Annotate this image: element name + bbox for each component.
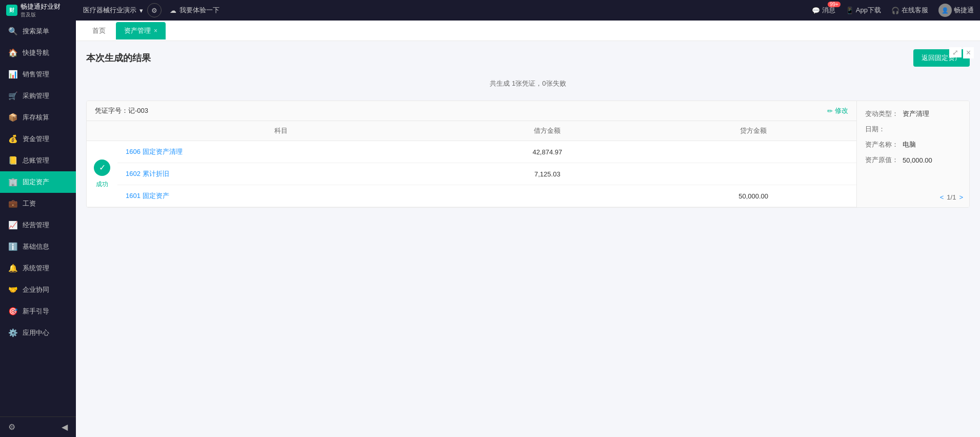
- tab-assets-management[interactable]: 资产管理 ×: [116, 22, 166, 39]
- original-value-value: 50,000.00: [903, 156, 932, 164]
- home-icon: 🏠: [8, 48, 17, 57]
- logo-icon: 财: [6, 5, 17, 16]
- sidebar: 🔍 搜索菜单 🏠 快捷导航 📊 销售管理 🛒 采购管理 📦 库存核算 💰: [0, 21, 76, 437]
- row3-debit: [444, 185, 650, 207]
- asset-name-label: 资产名称：: [865, 140, 898, 149]
- tab-close-icon[interactable]: ×: [154, 27, 157, 34]
- row3-subject: 1601 固定资产: [117, 185, 444, 207]
- logo-sub: 普及版: [21, 11, 61, 18]
- sidebar-item-label: 企业协同: [23, 285, 49, 294]
- company-selector[interactable]: 医疗器械行业演示 ▾: [83, 6, 143, 15]
- sidebar-scroll: 🔍 搜索菜单 🏠 快捷导航 📊 销售管理 🛒 采购管理 📦 库存核算 💰: [0, 21, 76, 416]
- change-type-label: 变动类型：: [865, 109, 898, 118]
- col-subject: 科目: [117, 121, 444, 141]
- success-check-icon: ✓: [94, 160, 110, 176]
- sidebar-item-search-menu[interactable]: 🔍 搜索菜单: [0, 21, 76, 42]
- logo-title: 畅捷通好业财: [21, 2, 61, 11]
- expand-button[interactable]: ⤢: [949, 47, 962, 57]
- sidebar-item-inventory[interactable]: 📦 库存核算: [0, 107, 76, 128]
- basic-info-icon: ℹ️: [8, 242, 17, 251]
- app-center-icon: ⚙️: [8, 328, 17, 337]
- user-name: 畅捷通: [954, 6, 974, 15]
- sidebar-item-label: 经营管理: [23, 221, 49, 230]
- sidebar-item-ledger[interactable]: 📒 总账管理: [0, 150, 76, 171]
- close-button[interactable]: ×: [963, 47, 974, 58]
- voucher-number: 凭证字号：记-003: [95, 106, 148, 115]
- settings-bottom-icon[interactable]: ⚙: [8, 422, 15, 432]
- table-row: 1602 累计折旧 7,125.03: [87, 163, 856, 185]
- result-summary: 共生成 1张凭证，0张失败: [86, 75, 970, 92]
- sidebar-item-label: 固定资产: [23, 177, 49, 187]
- row1-credit: [650, 141, 856, 163]
- voucher-card: 凭证字号：记-003 ✏ 修改 科目 借方金额: [86, 101, 970, 208]
- voucher-table: 科目 借方金额 贷方金额 ✓ 成功: [87, 121, 856, 207]
- messages-button[interactable]: 💬 消息 99+: [812, 6, 835, 15]
- sidebar-item-label: 库存核算: [23, 113, 49, 122]
- system-icon: 🔔: [8, 264, 17, 273]
- search-icon: 🔍: [8, 27, 17, 36]
- asset-name-row: 资产名称： 电脑: [865, 140, 961, 149]
- main-layout: 🔍 搜索菜单 🏠 快捷导航 📊 销售管理 🛒 采购管理 📦 库存核算 💰: [0, 21, 980, 437]
- sidebar-item-salary[interactable]: 💼 工资: [0, 193, 76, 214]
- sidebar-item-operations[interactable]: 📈 经营管理: [0, 214, 76, 236]
- sidebar-item-app-center[interactable]: ⚙️ 应用中心: [0, 322, 76, 344]
- row2-credit: [650, 163, 856, 185]
- ledger-icon: 📒: [8, 156, 17, 165]
- success-label: 成功: [96, 180, 108, 189]
- service-icon: 🎧: [891, 7, 899, 14]
- sidebar-item-system[interactable]: 🔔 系统管理: [0, 257, 76, 279]
- sidebar-item-guide[interactable]: 🎯 新手引导: [0, 301, 76, 322]
- edit-button[interactable]: ✏ 修改: [827, 106, 848, 115]
- tab-home[interactable]: 首页: [84, 22, 114, 39]
- settings-button[interactable]: ⚙: [147, 3, 162, 17]
- purchase-icon: 🛒: [8, 91, 17, 101]
- prev-page-button[interactable]: <: [940, 193, 944, 201]
- topbar-right: 💬 消息 99+ 📱 App下载 🎧 在线客服 👤 畅捷通: [812, 4, 974, 17]
- page-info: 1/1: [947, 193, 956, 201]
- user-menu[interactable]: 👤 畅捷通: [938, 4, 974, 17]
- sidebar-bottom: ⚙ ◀: [0, 416, 76, 437]
- change-type-value: 资产清理: [903, 109, 929, 118]
- company-name: 医疗器械行业演示: [83, 6, 136, 15]
- sidebar-item-sales[interactable]: 📊 销售管理: [0, 64, 76, 85]
- guide-icon: 🎯: [8, 307, 17, 316]
- table-row: 1601 固定资产 50,000.00: [87, 185, 856, 207]
- sidebar-item-enterprise[interactable]: 🤝 企业协同: [0, 279, 76, 301]
- app-download-button[interactable]: 📱 App下载: [846, 6, 881, 15]
- inventory-icon: 📦: [8, 113, 17, 122]
- sidebar-item-funds[interactable]: 💰 资金管理: [0, 128, 76, 150]
- edit-label: 修改: [835, 106, 848, 115]
- collapse-icon[interactable]: ◀: [62, 422, 68, 432]
- fixed-assets-icon: 🏢: [8, 177, 17, 187]
- next-page-button[interactable]: >: [959, 193, 963, 201]
- try-button[interactable]: ☁ 我要体验一下: [170, 6, 219, 15]
- voucher-right-panel: 变动类型： 资产清理 日期： 资产名称： 电脑 资产原值： 50,000.00: [856, 101, 969, 207]
- message-icon: 💬: [812, 7, 820, 14]
- sidebar-item-label: 搜索菜单: [23, 27, 49, 36]
- sidebar-item-label: 资金管理: [23, 134, 49, 144]
- sidebar-item-basic-info[interactable]: ℹ️ 基础信息: [0, 236, 76, 257]
- download-icon: 📱: [846, 7, 854, 14]
- online-service-button[interactable]: 🎧 在线客服: [891, 6, 928, 15]
- sidebar-item-quick-nav[interactable]: 🏠 快捷导航: [0, 42, 76, 64]
- page-title: 本次生成的结果: [86, 52, 151, 64]
- row2-debit: 7,125.03: [444, 163, 650, 185]
- sidebar-item-label: 系统管理: [23, 264, 49, 273]
- tab-bar: 首页 资产管理 ×: [76, 21, 980, 41]
- page-content: ⤢ × 本次生成的结果 返回固定资产 共生成 1张凭证，0张失败 凭证字号：记-…: [76, 41, 980, 437]
- topbar: 财 畅捷通好业财 普及版 医疗器械行业演示 ▾ ⚙ ☁ 我要体验一下 💬 消息 …: [0, 0, 980, 21]
- sidebar-item-fixed-assets[interactable]: 🏢 固定资产: [0, 171, 76, 193]
- cloud-icon: ☁: [170, 7, 176, 14]
- content-area: 首页 资产管理 × ⤢ × 本次生成的结果 返回固定资产 共生成 1张凭证，0张…: [76, 21, 980, 437]
- row2-subject: 1602 累计折旧: [117, 163, 444, 185]
- messages-badge: 99+: [828, 2, 841, 7]
- success-col-header: [87, 121, 117, 141]
- sidebar-item-purchase[interactable]: 🛒 采购管理: [0, 85, 76, 107]
- logo: 财 畅捷通好业财 普及版: [6, 2, 78, 18]
- sidebar-item-label: 总账管理: [23, 156, 49, 165]
- tab-active-label: 资产管理: [124, 26, 151, 35]
- page-header: 本次生成的结果 返回固定资产: [86, 49, 970, 67]
- try-label: 我要体验一下: [179, 6, 219, 15]
- logo-text: 畅捷通好业财 普及版: [21, 2, 61, 18]
- operations-icon: 📈: [8, 221, 17, 230]
